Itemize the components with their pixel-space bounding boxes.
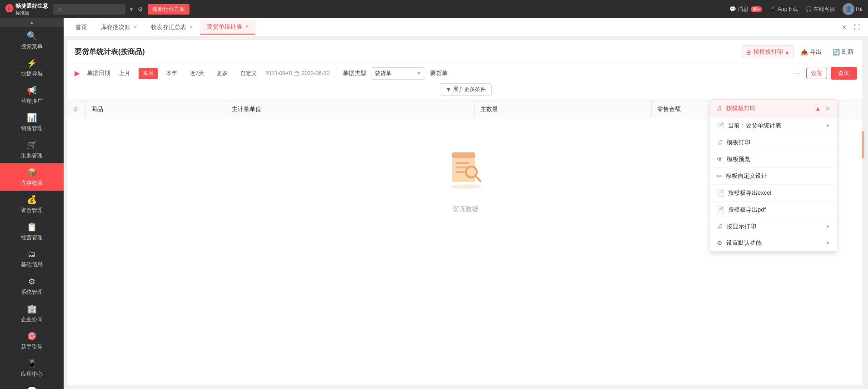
trial-btn[interactable]: 体验行业方案 xyxy=(148,4,190,15)
sidebar-label-operation: 经营管理 xyxy=(21,234,43,242)
tab-home[interactable]: 首页 xyxy=(69,20,94,34)
col-settings[interactable]: ⚙ xyxy=(67,101,85,118)
dropdown-current-template[interactable]: 📄 当前：要货单统计表 ▼ xyxy=(710,117,837,134)
svg-rect-3 xyxy=(456,162,469,164)
dropdown-chevron-up[interactable]: ▲ xyxy=(815,105,821,112)
sales-icon: 📊 xyxy=(27,113,37,123)
tab-close-order-stats[interactable]: ✕ xyxy=(245,24,249,30)
dropdown-item-template-print[interactable]: 🖨 模板打印 xyxy=(710,134,837,151)
template-pdf-label: 按模板导出pdf xyxy=(728,206,766,214)
dropdown-item-template-preview[interactable]: 👁 模板预览 xyxy=(710,151,837,168)
date-btn-prev-month[interactable]: 上月 xyxy=(115,68,134,79)
sidebar-item-wechat[interactable]: 💬 企业微信 xyxy=(0,382,64,389)
date-btn-last7[interactable]: 近7天 xyxy=(186,68,208,79)
dropdown-item-template-excel[interactable]: 📄 按模板导出excel xyxy=(710,185,837,202)
export-icon: 📤 xyxy=(801,49,808,56)
expand-chevron-down: ▼ xyxy=(446,86,451,93)
online-service-btn[interactable]: 🎧 在线客服 xyxy=(805,5,835,13)
sidebar-item-finance[interactable]: 💰 资金管理 xyxy=(0,191,64,218)
tab-close-batch-accounts[interactable]: ✕ xyxy=(133,24,137,30)
top-search[interactable]: ▭ xyxy=(53,4,125,15)
operation-icon: 📋 xyxy=(27,222,37,232)
dropdown-item-template-design[interactable]: ✏ 模板自定义设计 xyxy=(710,168,837,185)
user-avatar[interactable]: 👤 Rit xyxy=(843,3,863,15)
template-pdf-icon: 📄 xyxy=(717,206,724,213)
template-preview-label: 模板预览 xyxy=(727,155,750,163)
col-product: 商品 xyxy=(85,101,226,118)
finance-icon: 💰 xyxy=(27,195,37,205)
select-chevron-down: ▼ xyxy=(416,71,421,76)
dropdown-header-left: 🖨 按模板打印 xyxy=(717,104,756,112)
dropdown-sub-set-default[interactable]: ⚙ 设置默认功能 ▼ xyxy=(710,235,837,251)
print-template-dropdown: 🖨 按模板打印 ▲ ✕ 📄 当前：要货单统计表 ▼ 🖨 模板打印 xyxy=(710,99,837,252)
settings-btn[interactable]: 设置 xyxy=(806,68,827,79)
sidebar-item-basic[interactable]: 🗂 基础信息 xyxy=(0,245,64,273)
date-label: 单据日期 xyxy=(87,69,110,77)
content-area: 首页 库存批次账 ✕ 收发存汇总表 ✕ 要货单统计表 ✕ ✕ ⛶ 要 xyxy=(64,18,868,389)
scrollbar-thumb xyxy=(862,131,864,158)
date-btn-more[interactable]: 更多 xyxy=(213,68,232,79)
messages-btn[interactable]: 💬 消息 99+ xyxy=(729,5,762,13)
sidebar: ▲ 🔍 搜索菜单 ⚡ 快捷导航 📢 营销推广 📊 销售管理 🛒 采购管理 📦 库… xyxy=(0,18,64,389)
query-btn[interactable]: 查询 xyxy=(831,67,857,80)
page-actions: 🖨 按模板打印 ▲ 📤 导出 🔄 刷新 xyxy=(742,45,857,58)
empty-icon xyxy=(443,146,489,200)
dropdown-close-btn[interactable]: ✕ xyxy=(825,105,830,112)
template-excel-icon: 📄 xyxy=(717,189,724,197)
quicknav-icon: ⚡ xyxy=(27,58,37,68)
template-design-label: 模板自定义设计 xyxy=(726,172,767,180)
tab-batch-accounts[interactable]: 库存批次账 ✕ xyxy=(95,20,144,34)
sidebar-item-newbie[interactable]: 🎯 新手引导 xyxy=(0,327,64,354)
dropdown-item-template-pdf[interactable]: 📄 按模板导出pdf xyxy=(710,202,837,218)
sidebar-item-sales[interactable]: 📊 销售管理 xyxy=(0,109,64,136)
sidebar-label-basic: 基础信息 xyxy=(21,261,43,268)
current-template-label: 当前：要货单统计表 xyxy=(728,121,781,130)
tab-order-stats[interactable]: 要货单统计表 ✕ xyxy=(200,20,255,35)
doc-type-select[interactable]: 要货单 ▼ xyxy=(371,67,425,80)
sidebar-item-enterprise[interactable]: 🏢 企业协同 xyxy=(0,300,64,327)
dropdown-sub-display-print[interactable]: 🖨 按显示打印 ▼ xyxy=(710,218,837,235)
sidebar-item-system[interactable]: ⚙ 系统管理 xyxy=(0,273,64,300)
app-download-btn[interactable]: 📱 App下载 xyxy=(769,5,798,13)
date-btn-current-month[interactable]: 本月 xyxy=(139,68,158,79)
wechat-icon: 💬 xyxy=(27,386,37,389)
app-logo: 🅦 畅捷通好生意 标准版 xyxy=(5,2,48,16)
date-btn-current-year[interactable]: 本年 xyxy=(162,68,181,79)
tab-close-receipt-summary[interactable]: ✕ xyxy=(189,24,193,30)
app-version: 标准版 xyxy=(15,10,48,16)
goods-label: 要货单 xyxy=(430,69,448,77)
display-print-arrow: ▼ xyxy=(825,224,830,229)
refresh-btn[interactable]: 🔄 刷新 xyxy=(829,46,857,58)
window-close-btn[interactable]: ✕ xyxy=(839,22,850,33)
page-header: 要货单统计表(按商品) 🖨 按模板打印 ▲ 📤 导出 🔄 刷新 xyxy=(67,40,864,62)
template-print-icon: 🖨 xyxy=(717,139,723,146)
export-btn[interactable]: 📤 导出 xyxy=(797,46,825,58)
set-default-arrow: ▼ xyxy=(825,240,830,246)
more-options-icon[interactable]: ··· xyxy=(794,69,800,77)
top-gear-icon[interactable]: ⚙ xyxy=(138,6,143,13)
tab-receipt-summary[interactable]: 收发存汇总表 ✕ xyxy=(145,20,200,34)
sidebar-item-marketing[interactable]: 📢 营销推广 xyxy=(0,81,64,109)
dropdown-header[interactable]: 🖨 按模板打印 ▲ ✕ xyxy=(710,100,837,117)
template-design-icon: ✏ xyxy=(717,172,722,180)
search-dropdown-icon[interactable]: ▾ xyxy=(130,6,133,13)
filter-toggle-icon[interactable]: ▶ xyxy=(75,70,80,77)
sidebar-item-purchase[interactable]: 🛒 采购管理 xyxy=(0,136,64,163)
sidebar-item-inventory[interactable]: 📦 库存核算 xyxy=(0,163,64,191)
sidebar-item-quick-nav[interactable]: ⚡ 快捷导航 xyxy=(0,54,64,81)
window-expand-btn[interactable]: ⛶ xyxy=(852,22,863,33)
right-scrollbar[interactable] xyxy=(862,40,864,385)
marketing-icon: 📢 xyxy=(27,86,37,96)
table-settings-icon[interactable]: ⚙ xyxy=(73,106,78,113)
sidebar-item-search[interactable]: 🔍 搜索菜单 xyxy=(0,27,64,54)
svg-point-0 xyxy=(450,184,482,189)
print-template-btn[interactable]: 🖨 按模板打印 ▲ xyxy=(742,45,793,58)
sidebar-label-quick-nav: 快捷导航 xyxy=(21,70,43,78)
sidebar-scroll-up[interactable]: ▲ xyxy=(0,18,64,27)
expand-more-btn[interactable]: ▼ 展开更多条件 xyxy=(440,83,492,96)
print-chevron-up: ▲ xyxy=(785,50,789,55)
svg-line-7 xyxy=(475,176,480,181)
sidebar-item-app-center[interactable]: 📱 应用中心 xyxy=(0,354,64,382)
sidebar-item-operation[interactable]: 📋 经营管理 xyxy=(0,218,64,245)
date-btn-custom[interactable]: 自定义 xyxy=(236,68,261,79)
